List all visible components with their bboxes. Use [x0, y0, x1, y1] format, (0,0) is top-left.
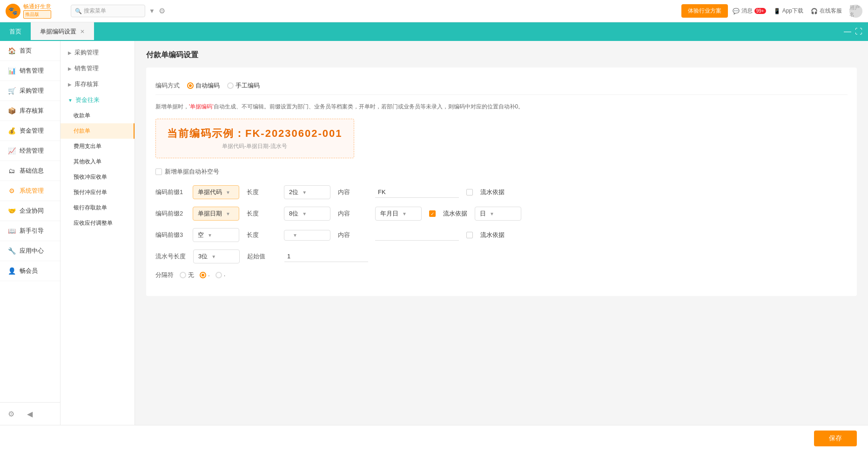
avatar[interactable]: 用户名 — [849, 5, 862, 18]
sidebar-item-operations[interactable]: 📈 经营管理 — [0, 141, 60, 161]
current-code-prefix: 当前编码示例： — [167, 128, 245, 139]
serial-length-select[interactable]: 3位 ▼ — [193, 249, 240, 263]
tab-home[interactable]: 首页 — [0, 22, 31, 41]
serial-length-chevron: ▼ — [211, 254, 216, 259]
tree-expense[interactable]: 费用支出单 — [61, 139, 135, 154]
prefix1-row: 编码前缀1 单据代码 ▼ 长度 2位 ▼ 内容 流水依据 — [155, 185, 848, 199]
length1-select[interactable]: 2位 ▼ — [284, 185, 330, 199]
length3-chevron: ▼ — [293, 233, 297, 238]
tree-receipt[interactable]: 收款单 — [61, 108, 135, 123]
tree-chevron-sales: ▶ — [68, 66, 72, 71]
serial-length-value: 3位 — [198, 252, 208, 261]
prefix3-chevron: ▼ — [208, 233, 212, 238]
prefix1-value: 单据代码 — [198, 188, 222, 196]
sep-dot1-label: · — [208, 272, 210, 279]
serial1-label: 流水依据 — [480, 188, 505, 196]
guide-icon: 📖 — [7, 227, 16, 235]
settings-panel: 编码方式 自动编码 手工编码 新增单据时，'单据编码'自动生成、不可编辑。前缀设… — [146, 67, 857, 296]
sep-dot2-label: · — [224, 272, 226, 279]
tree-payment[interactable]: 付款单 — [61, 123, 135, 139]
sidebar-item-home[interactable]: 🏠 首页 — [0, 41, 60, 61]
sidebar-item-guide-label: 新手引导 — [20, 227, 44, 235]
sidebar-collapse-button[interactable]: ◀ — [22, 406, 37, 421]
prefix1-label: 编码前缀1 — [155, 188, 185, 196]
current-code-value: FK-20230602-001 — [245, 128, 343, 139]
encode-manual-label: 手工编码 — [236, 81, 260, 90]
sidebar-item-basics[interactable]: 🗂 基础信息 — [0, 161, 60, 181]
tree-purchase[interactable]: ▶ 采购管理 — [61, 45, 135, 61]
serial2-period-select[interactable]: 日 ▼ — [475, 207, 521, 221]
sidebar-item-purchase[interactable]: 🛒 采购管理 — [0, 81, 60, 101]
prefix3-select[interactable]: 空 ▼ — [193, 228, 239, 242]
serial2-checkbox[interactable]: ✓ — [429, 210, 436, 217]
serial3-checkbox[interactable] — [466, 232, 473, 238]
tree-other-income-label: 其他收入单 — [74, 158, 101, 166]
message-button[interactable]: 💬 消息 99+ — [733, 7, 766, 15]
logo: 🐾 畅通好生意 推品版 — [6, 3, 66, 19]
message-badge: 99+ — [754, 8, 766, 14]
sidebar-settings-button[interactable]: ⚙ — [4, 406, 19, 421]
tree-bank[interactable]: 银行存取款单 — [61, 200, 135, 215]
prefix1-select[interactable]: 单据代码 ▼ — [193, 185, 239, 199]
sep-dot2-radio[interactable]: · — [215, 272, 226, 279]
sidebar-item-system[interactable]: ⚙ 系统管理 — [0, 181, 60, 201]
prefix1-chevron: ▼ — [226, 190, 230, 195]
sidebar-item-inventory[interactable]: 📦 库存核算 — [0, 101, 60, 121]
auto-fill-checkbox[interactable] — [155, 168, 162, 175]
separator-label: 分隔符 — [155, 271, 174, 279]
sep-none-radio[interactable]: 无 — [180, 271, 194, 279]
dropdown-icon[interactable]: ▼ — [149, 7, 155, 14]
sidebar-item-finance[interactable]: 💰 资金管理 — [0, 121, 60, 141]
member-icon: 👤 — [7, 267, 16, 275]
content3-input[interactable] — [375, 229, 459, 241]
settings-icon[interactable]: ⚙ — [159, 7, 165, 15]
sep-dot1-radio[interactable]: · — [200, 272, 210, 279]
example-code: 当前编码示例：FK-20230602-001 — [167, 127, 343, 141]
topbar-right: 💬 消息 99+ 📱 App下载 🎧 在线客服 用户名 — [733, 5, 862, 18]
prefix2-select[interactable]: 单据日期 ▼ — [193, 207, 239, 221]
length3-select[interactable]: ▼ — [284, 230, 330, 241]
separator-row: 分隔符 无 · · — [155, 271, 848, 279]
sidebar-item-sales[interactable]: 📊 销售管理 — [0, 61, 60, 81]
prefix2-label: 编码前缀2 — [155, 209, 185, 218]
online-service-button[interactable]: 🎧 在线客服 — [811, 7, 842, 15]
save-button[interactable]: 保存 — [814, 431, 857, 446]
app-download-button[interactable]: 📱 App下载 — [774, 7, 803, 15]
tab-maximize-icon[interactable]: ⛶ — [855, 27, 862, 36]
sidebar-item-apps-label: 应用中心 — [20, 247, 44, 255]
tab-encode-settings[interactable]: 单据编码设置 ✕ — [31, 22, 94, 41]
tab-close-button[interactable]: ✕ — [80, 28, 85, 35]
tree-advance-payment[interactable]: 预付冲应付单 — [61, 185, 135, 200]
tree-capital[interactable]: ▼ 资金往来 — [61, 92, 135, 108]
encode-auto-radio[interactable]: 自动编码 — [187, 81, 220, 90]
sidebar-item-guide[interactable]: 📖 新手引导 — [0, 221, 60, 241]
search-input[interactable]: 🔍 搜索菜单 — [71, 5, 145, 17]
tree-advance-receipt[interactable]: 预收冲应收单 — [61, 169, 135, 185]
serial1-checkbox[interactable] — [466, 189, 473, 195]
content2-value: 年月日 — [380, 209, 398, 218]
encode-auto-label: 自动编码 — [195, 81, 220, 90]
service-label: 在线客服 — [820, 7, 842, 15]
sidebar-item-collab[interactable]: 🤝 企业协同 — [0, 201, 60, 221]
industry-solution-button[interactable]: 体验行业方案 — [681, 4, 728, 18]
length2-select[interactable]: 8位 ▼ — [284, 207, 330, 221]
tree-inventory-label: 库存核算 — [74, 80, 99, 88]
tree-purchase-label: 采购管理 — [74, 48, 99, 57]
sidebar-item-member[interactable]: 👤 畅会员 — [0, 261, 60, 281]
content1-input[interactable] — [375, 187, 459, 198]
tree-sales[interactable]: ▶ 销售管理 — [61, 61, 135, 76]
sidebar-item-apps[interactable]: 🔧 应用中心 — [0, 241, 60, 261]
tree-adjustment[interactable]: 应收应付调整单 — [61, 215, 135, 231]
start-value-input[interactable] — [284, 251, 368, 262]
logo-text: 畅通好生意 — [23, 3, 51, 11]
app-label: App下载 — [782, 7, 803, 15]
sep-none-label: 无 — [188, 271, 194, 279]
sidebar-bottom: ⚙ ◀ — [0, 402, 60, 425]
encode-manual-radio[interactable]: 手工编码 — [227, 81, 260, 90]
content2-select[interactable]: 年月日 ▼ — [375, 207, 422, 221]
length2-label: 长度 — [247, 209, 276, 218]
tree-inventory[interactable]: ▶ 库存核算 — [61, 76, 135, 92]
tab-minimize-icon[interactable]: — — [844, 27, 851, 36]
tree-other-income[interactable]: 其他收入单 — [61, 154, 135, 169]
logo-icon: 🐾 — [6, 4, 20, 19]
